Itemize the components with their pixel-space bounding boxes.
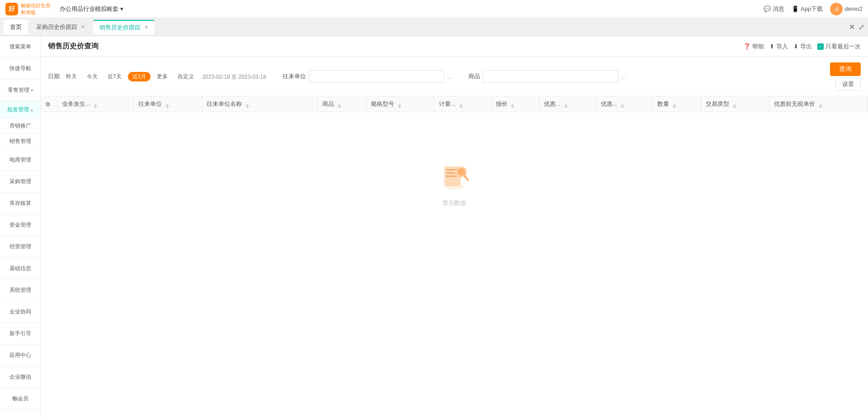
sidebar-label-wholesale-mgmt: 批发管理	[7, 106, 29, 114]
sort-discount2[interactable]	[621, 104, 624, 108]
close-sales-tab-icon[interactable]: ✕	[144, 24, 148, 30]
sidebar-item-app-center[interactable]: 应用中心	[0, 345, 40, 366]
export-action[interactable]: ⬇ 导出	[793, 43, 812, 51]
date-btn-1month[interactable]: 近1月	[128, 72, 151, 81]
sort-pretax[interactable]	[819, 104, 822, 108]
sort-unit-id[interactable]	[165, 104, 169, 108]
sidebar-item-wholesale-mgmt[interactable]: 批发管理 ▴	[0, 101, 40, 119]
th-unit-id[interactable]: 往来单位	[134, 96, 202, 112]
help-action[interactable]: ❓ 帮助	[743, 43, 764, 51]
sort-down-icon	[338, 106, 341, 108]
th-qty[interactable]: 数量	[653, 96, 701, 112]
sidebar-item-new-guide[interactable]: 新手引导	[0, 323, 40, 345]
sort-down-icon	[673, 106, 676, 108]
sort-down-icon	[819, 106, 822, 108]
tab-bar: 首页 采购历史价跟踪 ✕ 销售历史价跟踪 ✕ ✕ ⤢	[0, 18, 868, 36]
th-discount2[interactable]: 优惠...	[596, 96, 652, 112]
page-actions: ❓ 帮助 ⬆ 导入 ⬇ 导出 ✓ 只看最后一次	[743, 43, 861, 51]
query-button[interactable]: 查询	[830, 62, 861, 76]
sidebar-item-finance[interactable]: 资金管理	[0, 214, 40, 236]
sidebar-item-vip-member[interactable]: 畅会员	[0, 388, 40, 410]
app-selector[interactable]: 办公用品行业模拟账套 ▾	[60, 5, 123, 13]
sidebar-item-purchase[interactable]: 采购管理	[0, 171, 40, 193]
sort-up-icon	[338, 104, 341, 106]
sort-quote[interactable]	[511, 104, 514, 108]
th-pretax[interactable]: 优惠前无税单价	[769, 96, 868, 112]
sidebar-label-retail-mgmt: 零售管理	[8, 86, 29, 94]
sort-down-icon	[398, 106, 401, 108]
th-gear[interactable]: ⚙	[41, 96, 57, 112]
sidebar-item-quick-nav[interactable]: 快捷导航	[0, 58, 40, 80]
sidebar-item-basic-info[interactable]: 基础信息	[0, 258, 40, 280]
sidebar-item-system[interactable]: 系统管理	[0, 280, 40, 301]
sort-trade-type[interactable]	[733, 104, 736, 108]
th-trade-type[interactable]: 交易类型	[701, 96, 769, 112]
tab-home[interactable]: 首页	[4, 20, 28, 34]
source-unit-input[interactable]	[309, 70, 444, 83]
date-btn-more[interactable]: 更多	[153, 72, 171, 81]
th-unit-measure[interactable]: 计量...	[434, 96, 491, 112]
sidebar-item-ecommerce[interactable]: 电商管理	[0, 149, 40, 171]
source-unit-filter: 往来单位 ...	[283, 70, 452, 83]
th-quote[interactable]: 报价	[491, 96, 539, 112]
sidebar-item-inventory[interactable]: 库存核算	[0, 193, 40, 214]
sidebar-item-enterprise-wechat[interactable]: 企业微信	[0, 366, 40, 388]
gear-icon[interactable]: ⚙	[45, 101, 51, 108]
sidebar-item-search-menu[interactable]: 搜索菜单	[0, 36, 40, 58]
date-btn-7days[interactable]: 近7天	[104, 72, 125, 81]
th-spec[interactable]: 规格型号	[366, 96, 434, 112]
sort-discount1[interactable]	[564, 104, 568, 108]
date-btn-yesterday[interactable]: 昨天	[62, 72, 80, 81]
sidebar-item-retail-mgmt[interactable]: 零售管理 ▾	[0, 80, 40, 101]
product-dots[interactable]: ...	[621, 73, 626, 80]
sort-down-icon	[733, 106, 736, 108]
date-btn-custom[interactable]: 自定义	[174, 72, 198, 81]
th-discount1[interactable]: 优惠...	[539, 96, 596, 112]
close-purchase-tab-icon[interactable]: ✕	[81, 24, 85, 30]
close-all-tabs-icon[interactable]: ✕	[849, 23, 855, 31]
sidebar-item-marketing[interactable]: 营销推广	[0, 119, 40, 134]
sort-unit-measure[interactable]	[459, 104, 463, 108]
sidebar-label-enterprise-coop: 企业协同	[9, 308, 31, 316]
sidebar-item-enterprise-coop[interactable]: 企业协同	[0, 301, 40, 323]
filter-area: 日期 昨天 今天 近7天 近1月 更多 自定义 2023-02-18 至 202…	[41, 57, 868, 96]
sort-qty[interactable]	[673, 104, 676, 108]
import-action[interactable]: ⬆ 导入	[769, 43, 788, 51]
sidebar-item-ops[interactable]: 经营管理	[0, 236, 40, 258]
product-label: 商品	[468, 72, 480, 81]
sort-spec[interactable]	[398, 104, 401, 108]
table-container: ⚙ 业务发生... 往来单位	[41, 96, 868, 418]
svg-rect-3	[446, 172, 455, 174]
sidebar-item-sales-mgmt[interactable]: 销售管理	[0, 134, 40, 149]
download-icon: 📱	[792, 5, 799, 12]
th-biz-date[interactable]: 业务发生...	[57, 96, 134, 112]
product-input[interactable]	[483, 70, 618, 83]
maximize-icon[interactable]: ⤢	[859, 23, 864, 31]
message-nav[interactable]: 💬 消息	[764, 5, 784, 13]
only-last-action[interactable]: ✓ 只看最后一次	[817, 43, 861, 51]
user-nav[interactable]: d demo2	[830, 3, 863, 15]
checkbox-only-last[interactable]: ✓	[817, 43, 824, 50]
sort-up-icon	[398, 104, 401, 106]
sidebar-label-basic-info: 基础信息	[9, 265, 31, 272]
sort-unit-name[interactable]	[245, 104, 249, 108]
sidebar-label-sales-mgmt: 销售管理	[9, 138, 31, 145]
sidebar-label-marketing: 营销推广	[9, 122, 31, 130]
sidebar-label-system: 系统管理	[9, 286, 31, 294]
product-filter: 商品 ...	[468, 70, 626, 83]
tab-purchase-history[interactable]: 采购历史价跟踪 ✕	[30, 20, 91, 34]
sort-biz-date[interactable]	[94, 104, 97, 108]
th-product[interactable]: 商品	[318, 96, 366, 112]
import-icon: ⬆	[769, 43, 774, 50]
sort-product[interactable]	[338, 104, 341, 108]
chevron-down-icon: ▾	[120, 5, 123, 12]
date-btn-today[interactable]: 今天	[83, 72, 101, 81]
top-bar: 好 畅捷信好生意 标准版 办公用品行业模拟账套 ▾ 💬 消息 📱 App下载 d…	[0, 0, 868, 18]
app-download-nav[interactable]: 📱 App下载	[792, 5, 823, 13]
source-unit-dots[interactable]: ...	[447, 73, 452, 80]
settings-button[interactable]: 设置	[835, 78, 861, 90]
th-unit-name[interactable]: 往来单位名称	[202, 96, 318, 112]
sort-up-icon	[165, 104, 169, 106]
sort-up-icon	[94, 104, 97, 106]
tab-sales-history[interactable]: 销售历史价跟踪 ✕	[93, 20, 155, 34]
